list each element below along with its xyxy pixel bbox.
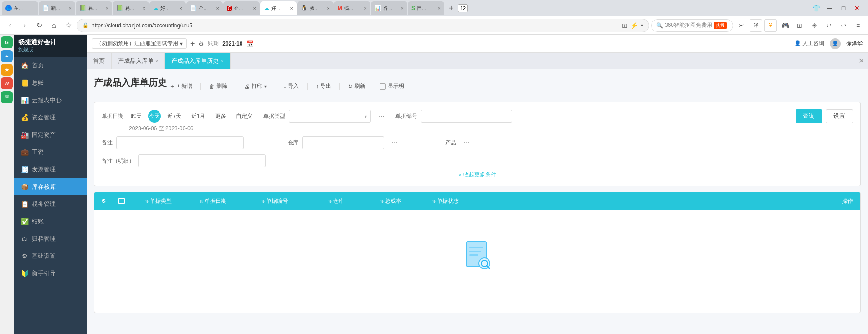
tab-2[interactable]: 📗 易... × (76, 1, 112, 15)
th-num[interactable]: ⇅ 单据编号 (240, 197, 308, 205)
type-select[interactable]: ▾ (289, 110, 371, 123)
print-button[interactable]: 🖨 打印 ▾ (241, 81, 269, 92)
nav-item-tax[interactable]: 📋 税务管理 (14, 195, 87, 213)
delete-button[interactable]: 🗑 删除 (206, 81, 230, 92)
tab-active[interactable]: ☁ 好... × (260, 1, 297, 15)
nav-item-settings[interactable]: ⚙ 基础设置 (14, 247, 87, 265)
import-button[interactable]: ↓ 导入 (281, 81, 302, 92)
nav-item-inventory[interactable]: 📦 库存核算 (14, 178, 87, 195)
th-date[interactable]: ⇅ 单据日期 (185, 197, 240, 205)
nav-item-archive[interactable]: 🗂 归档管理 (14, 230, 87, 247)
th-status[interactable]: ⇅ 单据状态 (418, 197, 473, 205)
th-cost[interactable]: ⇅ 总成本 (363, 197, 418, 205)
close-window-button[interactable]: ✕ (852, 3, 863, 14)
collapse-bar[interactable]: ∧ 收起更多条件 (102, 171, 853, 179)
tab-4[interactable]: ☁ 好... × (149, 1, 186, 15)
tab-1-close[interactable]: × (69, 5, 72, 11)
tab-7[interactable]: 🐧 腾... × (297, 1, 334, 15)
forward-button[interactable]: › (18, 19, 31, 32)
th-check[interactable] (113, 198, 131, 204)
th-gear[interactable]: ⚙ (94, 198, 113, 204)
browser-search-box[interactable]: 🔍 360智能抠图免费用 热搜 (651, 19, 733, 32)
translate-tool[interactable]: 译 (750, 19, 762, 32)
tab-6[interactable]: C 企... × (223, 1, 260, 15)
breadcrumb-tab-history-close[interactable]: × (221, 58, 223, 64)
org-selector[interactable]: （勿删勿禁用）江西服宝测试专用 ▾ (92, 38, 187, 49)
date-btn-today[interactable]: 今天 (148, 110, 161, 123)
app-icon-weibo[interactable]: W (1, 77, 13, 89)
nav-item-assets[interactable]: 🏭 固定资产 (14, 126, 87, 144)
tab-active-close[interactable]: × (290, 5, 293, 11)
note-detail-input[interactable] (138, 154, 266, 167)
tab-9-close[interactable]: × (401, 5, 404, 11)
address-bar[interactable]: 🔒 https://cloud.chanjet.com/accounting/u… (77, 19, 649, 32)
breadcrumb-tab-list-close[interactable]: × (155, 58, 158, 64)
new-tab-button[interactable]: + (445, 2, 457, 15)
refresh-toolbar-button[interactable]: ↻ 刷新 (345, 81, 368, 92)
breadcrumb-home[interactable]: 首页 (87, 53, 112, 69)
scissors-tool[interactable]: ✂ (735, 19, 748, 32)
tab-5[interactable]: 📄 个... × (186, 1, 223, 15)
tab-7-close[interactable]: × (327, 5, 330, 11)
back-button[interactable]: ‹ (4, 19, 16, 32)
app-icon-star[interactable]: ★ (1, 64, 13, 76)
tab-4-close[interactable]: × (180, 5, 182, 11)
app-icon-blue[interactable]: ✦ (1, 50, 13, 62)
tab-5-close[interactable]: × (216, 5, 219, 11)
tab-3-close[interactable]: × (143, 5, 145, 11)
panel-close-btn[interactable]: ✕ (858, 53, 864, 69)
tab-8[interactable]: M 畅... × (334, 1, 370, 15)
tab-9[interactable]: 📊 各... × (371, 1, 407, 15)
nav-item-home[interactable]: 🏠 首页 (14, 57, 87, 74)
export-button[interactable]: ↑ 导出 (313, 81, 334, 92)
close-icon[interactable]: ✕ (858, 57, 864, 65)
grid-icon[interactable]: ⊞ (622, 22, 627, 29)
tab-3[interactable]: 📗 易... × (113, 1, 149, 15)
settings-icon[interactable]: ⚙ (198, 40, 204, 47)
tab-globe[interactable]: 🌐 在... (2, 1, 38, 15)
tab-2-close[interactable]: × (106, 5, 108, 11)
product-ellipsis[interactable]: ··· (460, 139, 473, 147)
user-service[interactable]: 👤 人工咨询 (794, 40, 824, 47)
nav-item-close[interactable]: ✅ 结账 (14, 213, 87, 230)
app-icon-mail[interactable]: ✉ (1, 91, 13, 103)
date-btn-yesterday[interactable]: 昨天 (127, 111, 145, 122)
menu-tool[interactable]: ≡ (852, 19, 864, 32)
sun-tool[interactable]: ☀ (808, 19, 821, 32)
chevron-down-icon[interactable]: ▾ (641, 22, 643, 29)
app-icon-chanjet[interactable]: G (1, 36, 13, 48)
note-input[interactable] (116, 136, 244, 149)
num-input[interactable] (421, 110, 512, 123)
query-button[interactable]: 查询 (796, 109, 822, 123)
th-warehouse[interactable]: ⇅ 仓库 (308, 197, 363, 205)
nav-item-guide[interactable]: 🔰 新手引导 (14, 265, 87, 282)
calendar-icon[interactable]: 📅 (246, 40, 254, 47)
tab-10-close[interactable]: × (438, 5, 441, 11)
tab-10[interactable]: S 目... × (408, 1, 444, 15)
nav-item-ledger[interactable]: 📒 总账 (14, 74, 87, 92)
warehouse-select[interactable] (302, 136, 384, 149)
date-btn-custom[interactable]: 自定义 (232, 111, 256, 122)
tab-8-close[interactable]: × (364, 5, 367, 11)
home-button[interactable]: ⌂ (47, 19, 60, 32)
tab-6-close[interactable]: × (253, 5, 256, 11)
add-button[interactable]: ＋ + 新增 (167, 81, 195, 92)
breadcrumb-tab-history[interactable]: 产成品入库单历史 × (165, 53, 230, 69)
bookmark-button[interactable]: ☆ (62, 19, 75, 32)
undo-tool[interactable]: ↩ (822, 19, 835, 32)
th-type[interactable]: ⇅ 单据类型 (131, 197, 185, 205)
lightning-icon[interactable]: ⚡ (630, 22, 638, 29)
nav-item-reports[interactable]: 📊 云报表中心 (14, 92, 87, 109)
minimize-button[interactable]: ─ (824, 3, 835, 14)
date-btn-1month[interactable]: 近1月 (188, 111, 209, 122)
game-tool[interactable]: 🎮 (779, 19, 791, 32)
grid-tool[interactable]: ⊞ (793, 19, 806, 32)
tab-1[interactable]: 📄 新... × (39, 1, 75, 15)
add-icon[interactable]: + (190, 40, 195, 48)
nav-item-funds[interactable]: 💰 资金管理 (14, 109, 87, 126)
display-checkbox[interactable] (380, 83, 386, 90)
warehouse-ellipsis[interactable]: ··· (388, 139, 401, 147)
refresh-button[interactable]: ↻ (33, 19, 46, 32)
date-btn-7days[interactable]: 近7天 (164, 111, 185, 122)
nav-item-salary[interactable]: 💼 工资 (14, 144, 87, 161)
